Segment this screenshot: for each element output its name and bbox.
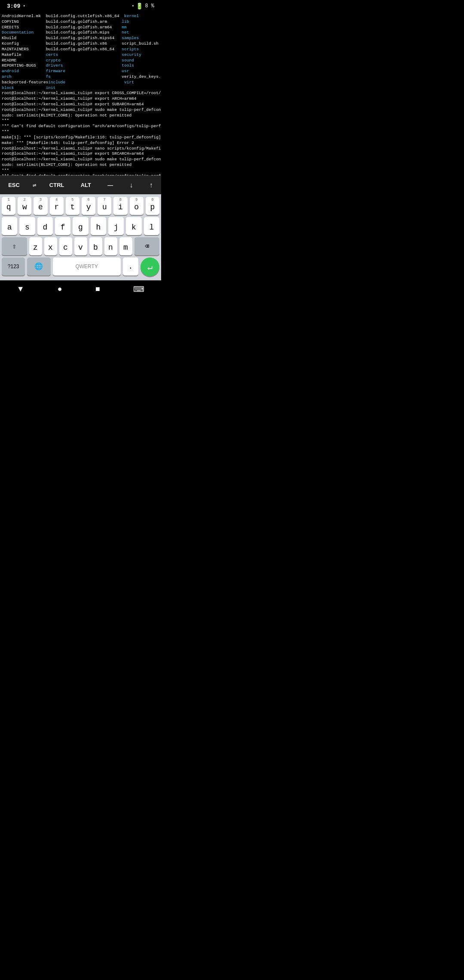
terminal-line: *** — [2, 118, 159, 124]
terminal-line: sudo: setrlimit(RLIMIT_CORE): Operation … — [2, 162, 159, 168]
status-bar: 3:09 • • 🔋 8 % — [0, 0, 161, 12]
terminal-line: REPORTING-BUGS drivers tools — [2, 63, 159, 69]
terminal-line: *** — [2, 129, 159, 135]
terminal-line: README crypto sound — [2, 58, 159, 64]
alt-button[interactable]: ALT — [77, 180, 95, 190]
terminal-line: root@localhost:~/kernel_xiaomi_tulip# su… — [2, 107, 159, 113]
status-right: • 🔋 8 % — [131, 3, 154, 10]
terminal-line: android firmware usr — [2, 69, 159, 74]
key-j[interactable]: j — [108, 217, 124, 235]
key-i[interactable]: 8i — [113, 197, 127, 215]
terminal-line: root@localhost:~/kernel_xiaomi_tulip# ex… — [2, 96, 159, 102]
key-e[interactable]: 3e — [34, 197, 47, 215]
terminal-line: make: *** [Makefile:545: tulip-perf_defc… — [2, 141, 159, 146]
terminal-line: backported-featuresinclude virt — [2, 80, 159, 86]
key-w[interactable]: 2w — [18, 197, 31, 215]
terminal-line: Kbuild build.config.goldfish.mips64 samp… — [2, 36, 159, 41]
key-row-bottom: ?123 🌐 QWERTY . ↵ — [2, 257, 159, 276]
key-x[interactable]: x — [44, 237, 57, 255]
terminal-line: block init — [2, 86, 159, 91]
terminal-line: MAINTAINERS build.config.goldfish.x86_64… — [2, 47, 159, 52]
key-s[interactable]: s — [19, 217, 35, 235]
back-button[interactable]: ▼ — [12, 283, 30, 295]
terminal-line: root@localhost:~/kernel_xiaomi_tulip# ex… — [2, 102, 159, 107]
key-u[interactable]: 7u — [98, 197, 111, 215]
terminal-line: root@localhost:~/kernel_xiaomi_tulip# ex… — [2, 91, 159, 96]
terminal: AndroidKernel.mk build.config.cuttlefish… — [0, 12, 161, 175]
key-r[interactable]: 4r — [50, 197, 64, 215]
key-q[interactable]: 1q — [2, 197, 15, 215]
arrow-up-button[interactable]: ↑ — [146, 180, 156, 191]
backspace-key[interactable]: ⌫ — [134, 237, 160, 255]
key-row-2: asdfghjkl — [2, 217, 159, 235]
status-dot: • — [23, 4, 25, 9]
key-z[interactable]: z — [29, 237, 42, 255]
terminal-line: root@localhost:~/kernel_xiaomi_tulip# na… — [2, 146, 159, 152]
key-h[interactable]: h — [91, 217, 106, 235]
key-k[interactable]: k — [126, 217, 141, 235]
esc-button[interactable]: ESC — [5, 180, 23, 190]
keyboard-button[interactable]: ⌨ — [128, 283, 150, 296]
key-row-3: ⇧ zxcvbnm ⌫ — [2, 237, 159, 255]
shift-key[interactable]: ⇧ — [2, 237, 27, 255]
key-row-1: 1q2w3e4r5t6y7u8i9o0p — [2, 197, 159, 215]
enter-key[interactable]: ↵ — [140, 257, 159, 276]
terminal-line: sudo: setrlimit(RLIMIT_CORE): Operation … — [2, 113, 159, 119]
terminal-line: *** Can't find default configuration "ar… — [2, 124, 159, 129]
status-time: 3:09 — [7, 3, 20, 9]
battery-percent: 8 % — [145, 3, 154, 9]
terminal-line: root@localhost:~/kernel_xiaomi_tulip# su… — [2, 157, 159, 162]
tab-icon[interactable]: ⇌ — [33, 181, 36, 189]
key-g[interactable]: g — [73, 217, 88, 235]
terminal-line: AndroidKernel.mk build.config.cuttlefish… — [2, 14, 159, 19]
home-button[interactable]: ● — [52, 283, 67, 295]
arrow-down-button[interactable]: ↓ — [126, 180, 137, 191]
terminal-line: CREDITS build.config.goldfish.arm64 mm — [2, 25, 159, 31]
key-p[interactable]: 0p — [146, 197, 159, 215]
terminal-line: Kconfig build.config.goldfish.x86 script… — [2, 41, 159, 47]
recent-button[interactable]: ■ — [90, 283, 105, 295]
battery-icon: 🔋 — [136, 3, 143, 10]
key-v[interactable]: v — [74, 237, 87, 255]
ctrl-button[interactable]: CTRL — [46, 180, 68, 190]
terminal-line: make[1]: *** [scripts/kconfig/Makefile:1… — [2, 135, 159, 141]
bottom-nav: ▼ ● ■ ⌨ — [0, 280, 161, 297]
key-t[interactable]: 5t — [66, 197, 79, 215]
key-f[interactable]: f — [55, 217, 70, 235]
key-y[interactable]: 6y — [82, 197, 95, 215]
terminal-line: Documentation build.config.goldfish.mips… — [2, 30, 159, 36]
key-l[interactable]: l — [144, 217, 159, 235]
key-o[interactable]: 9o — [130, 197, 143, 215]
period-key[interactable]: . — [123, 257, 138, 276]
terminal-line: COPYING build.config.goldfish.arm lib — [2, 19, 159, 25]
enter-icon: ↵ — [147, 262, 153, 273]
globe-key[interactable]: 🌐 — [27, 257, 50, 276]
key-m[interactable]: m — [119, 237, 132, 255]
terminal-line: Makefile certs security — [2, 52, 159, 58]
key-c[interactable]: c — [59, 237, 72, 255]
terminal-line: *** — [2, 168, 159, 174]
key-b[interactable]: b — [89, 237, 102, 255]
key-n[interactable]: n — [104, 237, 117, 255]
keyboard: 1q2w3e4r5t6y7u8i9o0p asdfghjkl ⇧ zxcvbnm… — [0, 194, 161, 280]
space-key[interactable]: QWERTY — [53, 257, 121, 276]
terminal-line: root@localhost:~/kernel_xiaomi_tulip# ex… — [2, 151, 159, 157]
status-dot2: • — [131, 4, 134, 9]
num-key[interactable]: ?123 — [2, 257, 25, 276]
terminal-line: *** Can't find default configuration "ar… — [2, 174, 159, 175]
key-d[interactable]: d — [37, 217, 53, 235]
dash-button[interactable]: — — [104, 180, 116, 190]
terminal-line: arch fs verity_dev_keys.x509 — [2, 74, 159, 80]
key-a[interactable]: a — [2, 217, 17, 235]
toolbar: ESC ⇌ CTRL ALT — ↓ ↑ — [0, 175, 161, 194]
